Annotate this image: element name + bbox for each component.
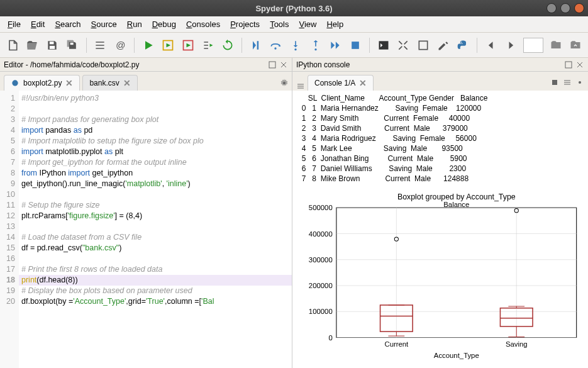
open-file-button[interactable]: [25, 38, 40, 53]
run-button[interactable]: [141, 38, 156, 53]
tab-boxplot2[interactable]: boxplot2.py ✕: [4, 75, 80, 91]
svg-text:0: 0: [328, 334, 332, 342]
options-icon[interactable]: [563, 78, 572, 87]
menu-tools[interactable]: Tools: [266, 18, 292, 30]
maximize-button[interactable]: [560, 3, 570, 13]
run-cell-button[interactable]: [160, 38, 175, 53]
console-output-table: SL Client_Name Account_Type Gender Balan…: [297, 93, 583, 184]
svg-rect-11: [419, 41, 427, 49]
svg-text:Boxplot grouped by Account_Typ: Boxplot grouped by Account_Type: [397, 192, 516, 201]
svg-rect-9: [352, 42, 359, 49]
svg-point-14: [12, 80, 18, 86]
svg-point-7: [294, 48, 296, 50]
separator: [369, 38, 370, 53]
restore-pane-icon[interactable]: [564, 60, 573, 69]
separator: [477, 38, 477, 53]
list-button[interactable]: [93, 38, 108, 53]
stop-debug-button[interactable]: [348, 38, 363, 53]
menubar: FileEditSearchSourceRunDebugConsolesProj…: [0, 16, 588, 33]
back-button[interactable]: [484, 38, 499, 53]
separator: [86, 38, 87, 53]
close-button[interactable]: [574, 3, 584, 13]
menu-source[interactable]: Source: [87, 18, 121, 30]
working-dir-dropdown[interactable]: [523, 38, 543, 53]
svg-text:Current: Current: [384, 340, 409, 348]
forward-button[interactable]: [504, 38, 519, 53]
svg-rect-17: [552, 80, 557, 85]
separator: [134, 38, 135, 53]
tab-console1a[interactable]: Console 1/A ✕: [308, 75, 374, 91]
menu-file[interactable]: File: [4, 18, 25, 30]
debug-button[interactable]: [248, 38, 263, 53]
menu-help[interactable]: Help: [323, 18, 347, 30]
svg-text:500000: 500000: [309, 204, 333, 211]
run-selection-button[interactable]: [201, 38, 216, 53]
tab-label: boxplot2.py: [23, 79, 62, 87]
close-pane-icon[interactable]: [279, 60, 288, 69]
svg-text:Saving: Saving: [506, 340, 528, 348]
editor-header: Editor - /home/fahmida/code/boxplot2.py: [0, 58, 292, 72]
svg-text:200000: 200000: [309, 282, 333, 289]
menu-search[interactable]: Search: [51, 18, 84, 30]
close-tab-icon[interactable]: ✕: [359, 78, 367, 88]
menu-consoles[interactable]: Consoles: [182, 18, 224, 30]
rerun-button[interactable]: [220, 38, 235, 53]
maximize-pane-button[interactable]: [396, 38, 411, 53]
console-header: IPython console: [292, 58, 588, 72]
console-panel: IPython console Console 1/A ✕ SL Client_…: [292, 58, 588, 368]
minimize-button[interactable]: [546, 3, 557, 13]
svg-point-12: [461, 42, 462, 43]
menu-view[interactable]: View: [295, 18, 320, 30]
console-header-title: IPython console: [296, 60, 350, 69]
close-pane-icon[interactable]: [575, 60, 584, 69]
titlebar: Spyder (Python 3.6): [0, 0, 588, 16]
close-tab-icon[interactable]: ✕: [65, 78, 73, 88]
svg-text:Account_Type: Account_Type: [434, 352, 479, 359]
save-all-button[interactable]: [65, 38, 80, 53]
restore-pane-icon[interactable]: [268, 60, 277, 69]
svg-text:Balance: Balance: [443, 201, 469, 208]
window-controls: [546, 3, 584, 13]
menu-debug[interactable]: Debug: [148, 18, 180, 30]
svg-rect-16: [565, 62, 572, 68]
step-out-button[interactable]: [308, 38, 323, 53]
save-button[interactable]: [45, 38, 60, 53]
svg-point-8: [314, 48, 316, 50]
editor-area[interactable]: 1234567891011121314151617181920 #!/usr/b…: [0, 91, 292, 368]
editor-header-title: Editor - /home/fahmida/code/boxplot2.py: [4, 60, 139, 69]
continue-button[interactable]: [328, 38, 343, 53]
menu-edit[interactable]: Edit: [27, 18, 48, 30]
python-path-button[interactable]: [455, 38, 470, 53]
stop-kernel-icon[interactable]: [550, 78, 559, 87]
preferences-button[interactable]: [436, 38, 451, 53]
terminal-button[interactable]: [376, 38, 391, 53]
step-over-button[interactable]: [269, 38, 284, 53]
svg-rect-13: [269, 62, 275, 68]
tab-bankcsv[interactable]: bank.csv ✕: [82, 75, 137, 91]
step-into-button[interactable]: [288, 38, 303, 53]
at-button[interactable]: @: [113, 38, 128, 53]
tab-label: bank.csv: [89, 79, 119, 87]
python-file-icon: [11, 79, 19, 87]
window-title: Spyder (Python 3.6): [255, 4, 332, 13]
parent-dir-button[interactable]: [568, 38, 583, 53]
close-tab-icon[interactable]: ✕: [123, 78, 131, 88]
separator: [241, 38, 242, 53]
svg-text:300000: 300000: [309, 256, 333, 264]
menu-projects[interactable]: Projects: [226, 18, 263, 30]
console-tabbar: Console 1/A ✕: [292, 72, 588, 91]
browse-dir-button[interactable]: [548, 38, 563, 53]
code-content[interactable]: #!/usr/bin/env python3 # Import pandas f…: [19, 91, 292, 368]
svg-point-18: [579, 81, 581, 84]
svg-text:100000: 100000: [309, 308, 333, 315]
boxplot-chart: Boxplot grouped by Account_TypeBalance01…: [297, 186, 583, 365]
editor-gear-icon[interactable]: [279, 78, 288, 87]
browse-tabs-icon[interactable]: [296, 82, 308, 91]
console-gear-icon[interactable]: [575, 78, 584, 87]
menu-run[interactable]: Run: [123, 18, 146, 30]
run-cell-advance-button[interactable]: [180, 38, 196, 53]
fullscreen-button[interactable]: [416, 38, 431, 53]
new-file-button[interactable]: [5, 38, 20, 53]
svg-point-6: [275, 47, 277, 49]
console-content[interactable]: SL Client_Name Account_Type Gender Balan…: [292, 91, 588, 368]
